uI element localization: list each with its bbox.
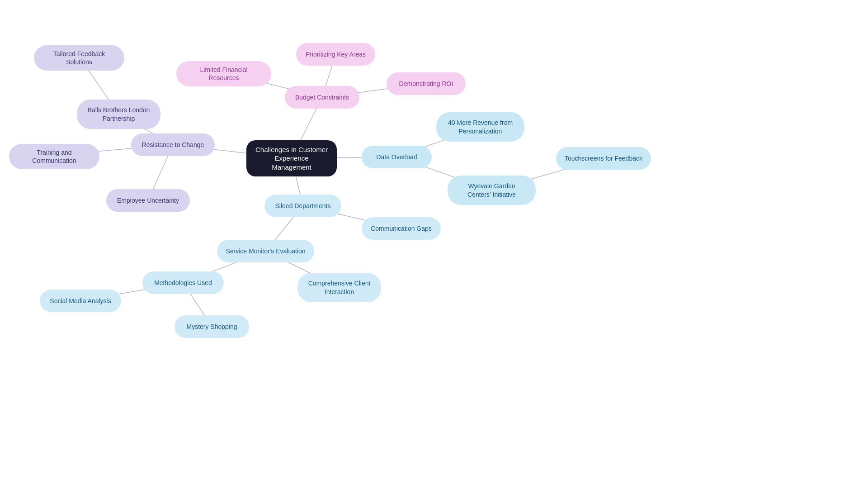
mindmap-container: Challenges in Customer Experience Manage…: [0, 0, 868, 490]
employee-uncertainty-node[interactable]: Employee Uncertainty: [106, 189, 190, 212]
40-more-revenue-node[interactable]: 40 More Revenue from Personalization: [436, 112, 524, 142]
data-overload-node[interactable]: Data Overload: [362, 146, 432, 168]
limited-financial-node[interactable]: Limited Financial Resources: [176, 61, 271, 86]
resistance-change-node[interactable]: Resistance to Change: [131, 133, 215, 156]
prioritizing-key-node[interactable]: Prioritizing Key Areas: [296, 43, 375, 66]
communication-gaps-node[interactable]: Communication Gaps: [362, 217, 441, 240]
balls-brothers-node[interactable]: Balls Brothers London Partnership: [77, 100, 160, 129]
center-node[interactable]: Challenges in Customer Experience Manage…: [246, 140, 337, 176]
demonstrating-roi-node[interactable]: Demonstrating ROI: [387, 72, 466, 95]
touchscreens-node[interactable]: Touchscreens for Feedback: [556, 147, 651, 170]
service-monitor-node[interactable]: Service Monitor's Evaluation: [217, 240, 314, 262]
social-media-node[interactable]: Social Media Analysis: [40, 290, 121, 312]
mystery-shopping-node[interactable]: Mystery Shopping: [175, 315, 249, 338]
wyevale-node[interactable]: Wyevale Garden Centers' Initiative: [448, 176, 536, 205]
tailored-feedback-node[interactable]: Tailored Feedback Solutions: [34, 45, 124, 71]
budget-constraints-node[interactable]: Budget Constraints: [285, 86, 359, 109]
methodologies-node[interactable]: Methodologies Used: [142, 271, 224, 294]
training-comm-node[interactable]: Training and Communication: [9, 144, 99, 169]
siloed-depts-node[interactable]: Siloed Departments: [264, 195, 341, 217]
comprehensive-client-node[interactable]: Comprehensive Client Interaction: [297, 273, 381, 302]
